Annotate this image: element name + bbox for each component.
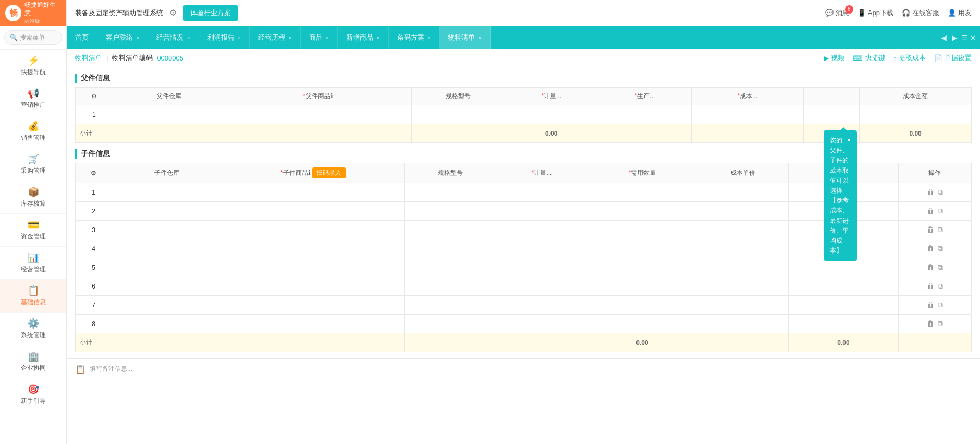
search-menu-button[interactable]: 🔍 搜索菜单: [4, 30, 62, 45]
child-product-4[interactable]: [222, 239, 405, 258]
tab-menu-icon[interactable]: ☰: [962, 34, 968, 42]
close-operations-status-tab[interactable]: ×: [187, 34, 190, 41]
child-copy-1[interactable]: ⧉: [938, 188, 943, 196]
child-warehouse-5[interactable]: [112, 258, 222, 277]
child-spec-5[interactable]: [405, 258, 496, 277]
parent-product-1[interactable]: [225, 105, 411, 124]
child-copy-7[interactable]: ⧉: [938, 301, 943, 309]
child-unit-3[interactable]: [496, 221, 587, 239]
sidebar-item-guide[interactable]: 🎯 新手引导: [0, 378, 66, 411]
child-qty-1[interactable]: [587, 183, 697, 202]
child-warehouse-4[interactable]: [112, 239, 222, 258]
sidebar-item-finance[interactable]: 💳 资金管理: [0, 214, 66, 247]
child-costprice-3[interactable]: [697, 221, 788, 239]
close-history-tab[interactable]: ×: [288, 34, 291, 41]
child-costprice-2[interactable]: [697, 202, 788, 221]
note-placeholder[interactable]: 填写备注信息...: [90, 365, 132, 374]
close-bom-tab[interactable]: ×: [478, 34, 481, 41]
sidebar-item-quick-nav[interactable]: ⚡ 快捷导航: [0, 50, 66, 82]
child-delete-4[interactable]: 🗑: [927, 244, 934, 253]
parent-warehouse-1[interactable]: [113, 105, 225, 124]
tab-next-arrow[interactable]: ▶: [950, 32, 960, 43]
child-warehouse-2[interactable]: [112, 202, 222, 221]
child-costprice-8[interactable]: [697, 315, 788, 333]
sidebar-item-purchase[interactable]: 🛒 采购管理: [0, 148, 66, 181]
child-spec-8[interactable]: [405, 315, 496, 333]
parent-col-settings[interactable]: ⚙: [76, 88, 113, 105]
sidebar-item-marketing[interactable]: 📢 营销推广: [0, 82, 66, 115]
child-unit-8[interactable]: [496, 315, 587, 333]
tab-customer[interactable]: 客户联络 ×: [97, 26, 148, 49]
child-copy-8[interactable]: ⧉: [938, 319, 943, 328]
child-copy-5[interactable]: ⧉: [938, 263, 943, 271]
online-service-button[interactable]: 🎧 在线客服: [902, 8, 939, 18]
close-barcode-tab[interactable]: ×: [427, 34, 431, 41]
child-qty-6[interactable]: [587, 277, 697, 296]
child-spec-6[interactable]: [405, 277, 496, 296]
child-costprice-5[interactable]: [697, 258, 788, 277]
tab-barcode[interactable]: 条码方案 ×: [389, 26, 439, 49]
close-new-product-tab[interactable]: ×: [376, 34, 379, 41]
parent-spec-1[interactable]: [411, 105, 505, 124]
child-product-3[interactable]: [222, 221, 405, 239]
single-setting-button[interactable]: 📄 单据设置: [934, 53, 972, 63]
sidebar-item-system[interactable]: ⚙️ 系统管理: [0, 313, 66, 345]
child-spec-2[interactable]: [405, 202, 496, 221]
sidebar-item-sales[interactable]: 💰 销售管理: [0, 115, 66, 148]
child-qty-4[interactable]: [587, 239, 697, 258]
child-product-8[interactable]: [222, 315, 405, 333]
child-unit-2[interactable]: [496, 202, 587, 221]
tab-profit-report[interactable]: 利润报告 ×: [199, 26, 250, 49]
child-copy-6[interactable]: ⧉: [938, 282, 943, 290]
child-unit-1[interactable]: [496, 183, 587, 202]
child-qty-5[interactable]: [587, 258, 697, 277]
child-qty-7[interactable]: [587, 296, 697, 315]
child-costprice-4[interactable]: [697, 239, 788, 258]
child-unit-7[interactable]: [496, 296, 587, 315]
child-unit-5[interactable]: [496, 258, 587, 277]
child-product-2[interactable]: [222, 202, 405, 221]
child-warehouse-1[interactable]: [112, 183, 222, 202]
close-customer-tab[interactable]: ×: [136, 34, 139, 41]
tab-prev-arrow[interactable]: ◀: [939, 32, 949, 43]
tab-operations-status[interactable]: 经营情况 ×: [148, 26, 199, 49]
tab-new-product[interactable]: 新增商品 ×: [338, 26, 388, 49]
child-delete-6[interactable]: 🗑: [927, 282, 934, 290]
child-copy-2[interactable]: ⧉: [938, 207, 943, 215]
settings-icon[interactable]: ⚙: [169, 8, 177, 18]
child-warehouse-7[interactable]: [112, 296, 222, 315]
child-warehouse-6[interactable]: [112, 277, 222, 296]
tab-operation-history[interactable]: 经营历程 ×: [250, 26, 300, 49]
child-warehouse-3[interactable]: [112, 221, 222, 239]
child-qty-2[interactable]: [587, 202, 697, 221]
child-spec-3[interactable]: [405, 221, 496, 239]
child-delete-3[interactable]: 🗑: [927, 225, 934, 234]
child-spec-7[interactable]: [405, 296, 496, 315]
app-download-button[interactable]: 📱 App下载: [858, 8, 893, 18]
tooltip-close-button[interactable]: ×: [847, 136, 851, 146]
child-delete-2[interactable]: 🗑: [927, 207, 934, 215]
child-costprice-1[interactable]: [697, 183, 788, 202]
sidebar-item-basic-info[interactable]: 📋 基础信息: [0, 280, 66, 313]
child-delete-7[interactable]: 🗑: [927, 301, 934, 309]
parent-unit-1[interactable]: [505, 105, 598, 124]
child-copy-3[interactable]: ⧉: [938, 225, 943, 234]
extract-cost-button[interactable]: ↑ 提取成本: [893, 53, 926, 63]
child-unit-6[interactable]: [496, 277, 587, 296]
child-product-1[interactable]: [222, 183, 405, 202]
child-product-7[interactable]: [222, 296, 405, 315]
child-costprice-7[interactable]: [697, 296, 788, 315]
close-profit-tab[interactable]: ×: [238, 34, 241, 41]
child-unit-4[interactable]: [496, 239, 587, 258]
child-warehouse-8[interactable]: [112, 315, 222, 333]
trial-button[interactable]: 体验行业方案: [183, 5, 238, 21]
child-qty-3[interactable]: [587, 221, 697, 239]
scan-input-button[interactable]: 扫码录入: [312, 167, 346, 178]
tab-home[interactable]: 首页: [67, 26, 97, 49]
video-button[interactable]: ▶ 视频: [824, 53, 844, 63]
user-menu-button[interactable]: 👤 用友: [948, 8, 972, 18]
tab-bom[interactable]: 物料清单 ×: [439, 26, 490, 49]
child-spec-1[interactable]: [405, 183, 496, 202]
close-products-tab[interactable]: ×: [326, 34, 329, 41]
child-delete-1[interactable]: 🗑: [927, 188, 934, 196]
